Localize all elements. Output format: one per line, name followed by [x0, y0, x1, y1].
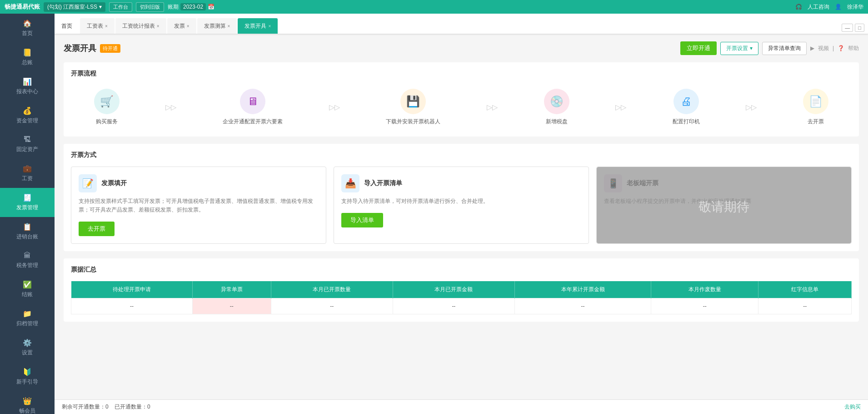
workspace-button[interactable]: 工作台	[109, 2, 132, 12]
step-download-robot[interactable]: 💾 下载并安装开票机器人	[386, 89, 440, 126]
methods-section: 开票方式 📝 发票填开 支持按照发票样式手工填写开发票；可开具增值税电子普通发票…	[64, 144, 859, 251]
top-bar: 畅捷通易代账 (勾划) 江西服室-LSS ▾ 工作台 切到旧版 账期 2023-…	[0, 0, 868, 14]
purchase-icon: 📋	[23, 222, 32, 231]
step-enterprise-setup[interactable]: 🖥 企业开通配置开票六要素	[223, 89, 283, 126]
minimize-button[interactable]: —	[842, 24, 853, 32]
td-monthly-amount: --	[393, 298, 514, 314]
switch-old-version-button[interactable]: 切到旧版	[136, 2, 164, 12]
td-monthly-count: --	[271, 298, 393, 314]
page-title-row: 发票开具 待开通	[64, 43, 120, 54]
process-section: 开票流程 🛒 购买服务 ▷▷ 🖥 企业开通配置开票六要素 ▷▷ 💾 下载并安装开	[64, 62, 859, 136]
step-add-tax-disk[interactable]: 💿 新增税盘	[544, 89, 569, 126]
step-config-printer[interactable]: 🖨 配置打印机	[673, 89, 700, 126]
method-card-manual-fill: 📝 发票填开 支持按照发票样式手工填写开发票；可开具增值税电子普通发票、增值税普…	[71, 167, 326, 244]
sidebar-label-home: 首页	[22, 30, 33, 37]
tab-invoice[interactable]: 发票 ×	[167, 18, 196, 34]
sidebar-item-general-ledger[interactable]: 📒 总账	[0, 43, 55, 72]
status-badge: 待开通	[100, 44, 120, 53]
summary-header-row: 待处理开票申请 异常单票 本月已开票数量 本月已开票金额 本年累计开票金额 本月…	[71, 281, 852, 298]
tab-home-label: 首页	[61, 22, 72, 30]
td-abnormal: --	[192, 298, 271, 314]
sidebar-item-payroll[interactable]: 💼 工资	[0, 159, 55, 188]
sidebar-item-tax-mgmt[interactable]: 🏛 税务管理	[0, 246, 55, 275]
sidebar-label-reports: 报表中心	[16, 88, 38, 96]
process-steps: 🛒 购买服务 ▷▷ 🖥 企业开通配置开票六要素 ▷▷ 💾 下载并安装开票机器人 …	[71, 85, 852, 129]
period-display: 账期 2023-02 📅	[168, 3, 215, 11]
tab-invoice-calc-close[interactable]: ×	[228, 24, 230, 29]
settings-button[interactable]: 开票设置 ▾	[720, 42, 758, 55]
process-section-title: 开票流程	[71, 70, 852, 78]
step-issue-invoice[interactable]: 📄 去开票	[803, 89, 828, 126]
tab-bar: 首页 工资表 × 工资统计报表 × 发票 × 发票测算 × 发票开具 ×	[55, 14, 868, 34]
go-buy-link[interactable]: 去购买	[844, 403, 861, 411]
arrow-1: ▷▷	[165, 103, 176, 111]
tab-payroll-table-close[interactable]: ×	[105, 24, 108, 29]
manual-fill-icon: 📝	[79, 174, 97, 192]
main-layout: 🏠 首页 📒 总账 📊 报表中心 💰 资金管理 🏗 固定资产 💼 工资 🧾 发票…	[0, 14, 868, 414]
tab-payroll-stats-close[interactable]: ×	[157, 24, 160, 29]
company-selector[interactable]: (勾划) 江西服室-LSS ▾	[44, 2, 105, 12]
import-list-button[interactable]: 导入清单	[341, 213, 383, 227]
user-name[interactable]: 徐泽华	[847, 3, 863, 11]
sidebar-item-purchase-sales[interactable]: 📋 进销台账	[0, 217, 55, 246]
arrow-5: ▷▷	[746, 103, 757, 111]
page-header: 发票开具 待开通 立即开通 开票设置 ▾ 异常清单查询 ▶ 视频 | ❓	[64, 41, 859, 55]
dropdown-icon: ▾	[99, 4, 102, 10]
service-label[interactable]: 人工咨询	[808, 3, 829, 11]
td-red-info: --	[758, 298, 852, 314]
tab-invoice-issue-close[interactable]: ×	[268, 24, 271, 29]
funds-icon: 💰	[23, 106, 32, 115]
tab-invoice-close[interactable]: ×	[187, 24, 190, 29]
video-label[interactable]: 视频	[818, 45, 829, 52]
tab-invoice-calc[interactable]: 发票测算 ×	[197, 18, 237, 34]
sidebar-label-member: 畅会员	[19, 407, 35, 414]
method-header-manual: 📝 发票填开	[79, 174, 319, 192]
sidebar-item-member[interactable]: 👑 畅会员	[0, 391, 55, 414]
th-monthly-void: 本月作废数量	[651, 281, 758, 298]
maximize-button[interactable]: □	[855, 24, 864, 32]
th-red-info: 红字信息单	[758, 281, 852, 298]
download-robot-icon: 💾	[400, 89, 426, 114]
abnormal-query-button[interactable]: 异常清单查询	[762, 42, 807, 55]
tab-invoice-calc-label: 发票测算	[204, 22, 226, 30]
sidebar-label-ledger: 总账	[22, 59, 33, 66]
th-yearly-amount: 本年累计开票金额	[515, 281, 651, 298]
sidebar-item-fixed-assets[interactable]: 🏗 固定资产	[0, 130, 55, 159]
th-pending: 待处理开票申请	[71, 281, 193, 298]
sidebar-item-invoice-mgmt[interactable]: 🧾 发票管理	[0, 188, 55, 217]
remaining-label: 剩余可开通数量：0	[62, 404, 109, 410]
sidebar-label-archive: 归档管理	[16, 320, 38, 328]
help-row: ▶ 视频 | ❓ 帮助	[810, 45, 859, 52]
archive-icon: 📁	[23, 309, 32, 318]
open-now-button[interactable]: 立即开通	[680, 41, 717, 55]
tab-payroll-table[interactable]: 工资表 ×	[80, 18, 115, 34]
methods-section-title: 开票方式	[71, 151, 852, 159]
sidebar-item-new-guide[interactable]: 🔰 新手引导	[0, 362, 55, 391]
sidebar-label-settings: 设置	[22, 349, 33, 357]
method-card-import-list: 📥 导入开票清单 支持导入待开票清单，可对待开票清单进行拆分、合并处理。 导入清…	[334, 167, 589, 244]
th-monthly-count: 本月已开票数量	[271, 281, 393, 298]
help-label[interactable]: 帮助	[848, 45, 859, 52]
period-value: 2023-02	[180, 3, 206, 10]
tab-payroll-stats[interactable]: 工资统计报表 ×	[115, 18, 166, 34]
sidebar-item-home[interactable]: 🏠 首页	[0, 14, 55, 43]
sidebar-item-reports[interactable]: 📊 报表中心	[0, 72, 55, 101]
sidebar-label-assets: 固定资产	[16, 146, 38, 153]
guide-icon: 🔰	[23, 368, 32, 376]
arrow-2: ▷▷	[329, 103, 340, 111]
methods-row: 📝 发票填开 支持按照发票样式手工填写开发票；可开具增值税电子普通发票、增值税普…	[71, 167, 852, 244]
tab-invoice-issue[interactable]: 发票开具 ×	[238, 18, 278, 34]
arrow-4: ▷▷	[615, 103, 626, 111]
sidebar-item-settings[interactable]: ⚙️ 设置	[0, 333, 55, 362]
sidebar-item-archive[interactable]: 📁 归档管理	[0, 304, 55, 333]
page-footer: 剩余可开通数量：0 已开通数量：0 去购买	[55, 399, 868, 414]
sidebar-item-reconcile[interactable]: ✅ 结账	[0, 275, 55, 304]
go-issue-button[interactable]: 去开票	[79, 222, 115, 236]
period-label: 账期	[168, 3, 179, 11]
tab-home[interactable]: 首页	[55, 18, 79, 34]
issue-invoice-label: 去开票	[808, 118, 824, 126]
sidebar-item-funds[interactable]: 💰 资金管理	[0, 101, 55, 130]
step-buy-service[interactable]: 🛒 购买服务	[94, 89, 120, 126]
top-bar-right: 🎧 人工咨询 👤 徐泽华	[795, 3, 863, 11]
calendar-icon[interactable]: 📅	[208, 4, 215, 10]
